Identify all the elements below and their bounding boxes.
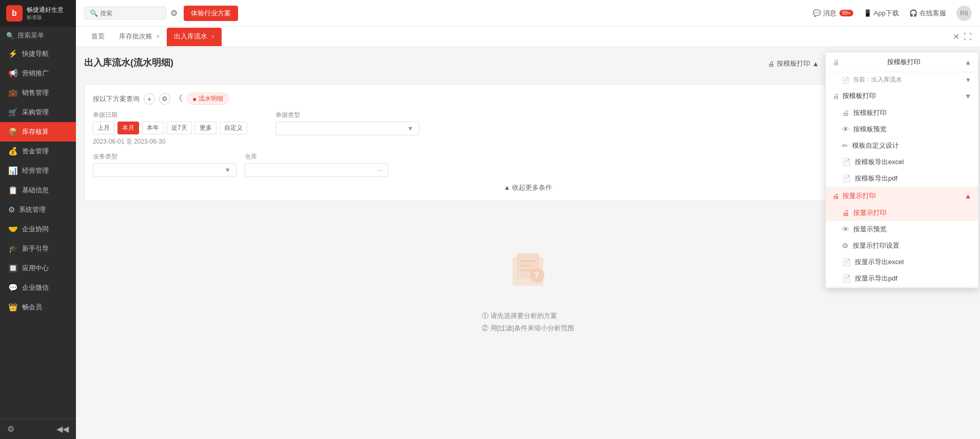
dropdown-item-template-preview[interactable]: 👁 按模板预览 [826, 121, 978, 137]
query-add-button[interactable]: + [144, 93, 155, 105]
date-btn-more[interactable]: 更多 [195, 122, 217, 134]
collapse-more-button[interactable]: ▲ 收起更多条件 [504, 183, 553, 192]
date-btn-this-year[interactable]: 本年 [142, 122, 164, 134]
doc-type-select[interactable]: ▼ [276, 122, 419, 135]
sidebar-logo: b 畅捷通好生意 标准版 [0, 0, 76, 27]
sidebar-item-inventory[interactable]: 📦 库存核算 [0, 122, 76, 142]
display-export-pdf-icon: 📄 [842, 274, 851, 283]
sidebar-item-newbie[interactable]: 🎓 新手引导 [0, 239, 76, 258]
tab-flow[interactable]: 出入库流水 × [167, 28, 222, 46]
display-print-settings-icon: ⚙ [842, 242, 849, 250]
topbar-gear-icon[interactable]: ⚙ [170, 8, 178, 18]
dropdown-item-template-export-pdf[interactable]: 📄 按模板导出pdf [826, 170, 978, 187]
biz-type-select[interactable]: ▼ [93, 163, 237, 177]
query-settings-button[interactable]: ⚙ [159, 93, 170, 105]
biz-type-filter-field: 业务类型 ▼ [93, 152, 237, 177]
dropdown-item-template-export-excel[interactable]: 📄 按模板导出excel [826, 154, 978, 170]
date-filter-field: 单据日期 上月 本月 本年 近7天 更多 自定义 2023-06-01 至 20… [93, 111, 267, 146]
display-print-icon: 🖨 [842, 209, 849, 217]
sidebar-settings-icon[interactable]: ⚙ [7, 424, 14, 434]
app-name: 畅捷通好生意 标准版 [27, 6, 64, 21]
sidebar-search[interactable]: 🔍 搜索菜单 [0, 27, 76, 44]
enterprise-icon: 🤝 [8, 225, 18, 234]
sidebar-item-basic-info[interactable]: 📋 基础信息 [0, 181, 76, 200]
dropdown-item-display-export-excel[interactable]: 📄 按显示导出excel [826, 254, 978, 270]
topbar-search-input[interactable] [100, 10, 161, 17]
tab-batch-account[interactable]: 库存批次账 × [112, 28, 167, 46]
topbar-search-box[interactable]: 🔍 [84, 7, 166, 19]
dropdown-item-template-custom[interactable]: ✏ 模板自定义设计 [826, 137, 978, 154]
message-button[interactable]: 💬 消息 99+ [813, 9, 853, 18]
system-icon: ⚙ [8, 205, 15, 214]
template-print-icon: 🖨 [842, 109, 849, 117]
print-button[interactable]: 🖨 按模板打印 ▲ [764, 57, 823, 70]
dropdown-default-section-header[interactable]: ⚙ 设置默认功能 ▼ [826, 287, 978, 288]
sidebar-item-operations[interactable]: 📊 经营管理 [0, 161, 76, 181]
inventory-icon: 📦 [8, 127, 18, 136]
dropdown-header: 🖨 按模板打印 ▲ [826, 52, 978, 72]
sidebar-item-enterprise[interactable]: 🤝 企业协同 [0, 220, 76, 239]
app-center-icon: 🔲 [8, 264, 18, 273]
customer-service-button[interactable]: 🎧 在线客服 [909, 9, 946, 18]
sidebar-item-wechat[interactable]: 💬 企业微信 [0, 278, 76, 297]
query-collapse-button[interactable]: 《 [174, 93, 183, 104]
sidebar-item-purchase[interactable]: 🛒 采购管理 [0, 103, 76, 122]
tab-close-flow[interactable]: × [211, 33, 214, 39]
sidebar-item-quick-nav[interactable]: ⚡ 快捷导航 [0, 44, 76, 64]
tab-bar-controls: ✕ ⛶ [953, 32, 972, 42]
dropdown-collapse-icon[interactable]: ▲ [965, 58, 971, 66]
user-avatar[interactable]: Rit [956, 6, 972, 21]
dropdown-panel: 🖨 按模板打印 ▲ 📄 当前：出入库流水 ▼ 🖨 按模板打印 ▼ 🖨 按模板打印… [825, 52, 979, 288]
template-export-pdf-icon: 📄 [842, 174, 851, 183]
dropdown-item-display-preview[interactable]: 👁 按显示预览 [826, 221, 978, 237]
search-icon: 🔍 [6, 32, 14, 39]
dropdown-item-display-print[interactable]: 🖨 按显示打印 [826, 205, 978, 221]
empty-step1: ① 请先选择要分析的方案 [482, 311, 574, 321]
date-btn-custom[interactable]: 自定义 [220, 122, 247, 134]
dropdown-item-template-print[interactable]: 🖨 按模板打印 [826, 105, 978, 121]
sidebar-item-system[interactable]: ⚙ 系统管理 [0, 200, 76, 220]
sidebar-item-finance[interactable]: 💰 资金管理 [0, 142, 76, 161]
svg-rect-3 [520, 265, 532, 267]
svg-rect-2 [520, 260, 536, 262]
empty-icon: ? [502, 242, 554, 303]
dropdown-item-display-print-settings[interactable]: ⚙ 按显示打印设置 [826, 237, 978, 254]
dropdown-display-section-header[interactable]: 🖨 按显示打印 ▲ [826, 187, 978, 205]
warehouse-select[interactable]: ··· [245, 163, 388, 177]
display-preview-icon: 👁 [842, 225, 849, 233]
app-download-button[interactable]: 📱 App下载 [864, 9, 899, 18]
sidebar-item-membership[interactable]: 👑 畅会员 [0, 297, 76, 317]
display-section-collapse-icon: ▲ [965, 192, 971, 200]
date-btn-this-month[interactable]: 本月 [117, 122, 139, 134]
tag-icon: ● [192, 95, 197, 103]
dropdown-item-display-export-pdf[interactable]: 📄 按显示导出pdf [826, 270, 978, 287]
doc-type-label: 单据类型 [276, 111, 419, 119]
sidebar-item-sales[interactable]: 💼 销售管理 [0, 83, 76, 103]
print-dropdown-icon: ▲ [812, 60, 819, 68]
doc-type-dropdown-icon: ▼ [407, 125, 414, 132]
date-btn-last-month[interactable]: 上月 [93, 122, 114, 134]
query-tag: ● 流水明细 [187, 93, 229, 105]
current-icon: 📄 [842, 76, 850, 84]
date-btn-7days[interactable]: 近7天 [167, 122, 192, 134]
dropdown-template-section-header[interactable]: 🖨 按模板打印 ▼ [826, 87, 978, 105]
sidebar-nav: ⚡ 快捷导航 📢 营销推广 💼 销售管理 🛒 采购管理 📦 库存核算 💰 资金管… [0, 44, 76, 418]
warehouse-filter-field: 仓库 ··· [245, 152, 388, 177]
tab-close-all-button[interactable]: ✕ [953, 32, 959, 42]
tab-close-batch-account[interactable]: × [156, 33, 160, 39]
sidebar: b 畅捷通好生意 标准版 🔍 搜索菜单 ⚡ 快捷导航 📢 营销推广 💼 销售管理… [0, 0, 76, 439]
svg-text:?: ? [534, 271, 539, 280]
tab-fullscreen-button[interactable]: ⛶ [964, 32, 972, 42]
sidebar-collapse-icon[interactable]: ◀◀ [56, 424, 69, 434]
tab-home[interactable]: 首页 [84, 28, 112, 46]
template-preview-icon: 👁 [842, 125, 849, 133]
warehouse-label: 仓库 [245, 152, 388, 161]
template-section-icon: 🖨 [833, 92, 839, 100]
marketing-icon: 📢 [8, 69, 18, 78]
sidebar-item-marketing[interactable]: 📢 营销推广 [0, 64, 76, 83]
industry-solution-button[interactable]: 体验行业方案 [184, 6, 238, 21]
sidebar-item-app-center[interactable]: 🔲 应用中心 [0, 258, 76, 278]
dropdown-scroll: 📄 当前：出入库流水 ▼ 🖨 按模板打印 ▼ 🖨 按模板打印 👁 按模板预览 ✏… [826, 72, 978, 288]
app-logo-icon: b [6, 5, 23, 22]
biz-type-dropdown-icon: ▼ [224, 166, 231, 174]
